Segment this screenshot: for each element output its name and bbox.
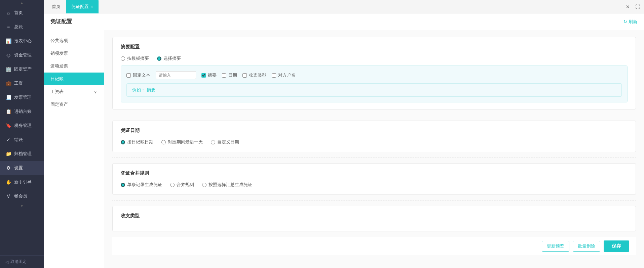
fixed-text-input[interactable] xyxy=(156,71,196,79)
sidebar-item-vip[interactable]: V 畅会员 xyxy=(0,189,44,203)
chevron-down-icon: ∨ xyxy=(94,89,97,94)
nav-item-public[interactable]: 公共选项 xyxy=(44,34,104,47)
tab-home-label: 首页 xyxy=(52,4,61,10)
radio-single-input[interactable] xyxy=(121,183,125,187)
sidebar-item-fixed-assets[interactable]: 🏢 固定资产 xyxy=(0,62,44,76)
sidebar-bottom-label: 取消固定 xyxy=(10,259,27,265)
nav-item-purchase-invoice[interactable]: 进项发票 xyxy=(44,60,104,73)
sidebar: ▲ ⌂ 首页 ≡ 总账 📊 报表中心 ◎ 资金管理 🏢 固定资产 💼 工资 🧾 … xyxy=(0,0,44,268)
tab-close-icon[interactable]: × xyxy=(91,4,93,9)
sidebar-item-label: 首页 xyxy=(14,10,23,16)
ledger-icon: ≡ xyxy=(5,24,11,30)
radio-single[interactable]: 单条记录生成凭证 xyxy=(121,182,162,188)
radio-custom-date[interactable]: 自定义日期 xyxy=(211,139,239,145)
sidebar-item-guide[interactable]: ✋ 新手引导 xyxy=(0,175,44,189)
right-content: 摘要配置 按模板摘要 选择摘要 固定文本 xyxy=(104,30,644,268)
checkbox-date[interactable]: 日期 xyxy=(222,72,237,78)
purchase-sales-icon: 📋 xyxy=(5,109,11,114)
checkbox-summary-label: 摘要 xyxy=(208,72,217,78)
divider-2 xyxy=(112,158,636,158)
radio-journal-date[interactable]: 按日记账日期 xyxy=(121,139,153,145)
radio-merge-rule[interactable]: 合并规则 xyxy=(170,182,194,188)
merge-config-section: 凭证合并规则 单条记录生成凭证 合并规则 按照选择汇总生成凭证 xyxy=(112,163,636,195)
update-preview-button[interactable]: 更新预览 xyxy=(542,241,569,252)
tax-mgmt-icon: 🔖 xyxy=(5,123,11,128)
checkbox-fixed-text[interactable]: 固定文本 xyxy=(126,72,150,78)
sidebar-item-home[interactable]: ⌂ 首页 xyxy=(0,6,44,20)
radio-custom-date-input[interactable] xyxy=(211,140,215,144)
sidebar-item-ledger[interactable]: ≡ 总账 xyxy=(0,20,44,34)
tab-bar: 首页 凭证配置 × ✕ ⛶ xyxy=(44,0,644,13)
radio-select-merge[interactable]: 按照选择汇总生成凭证 xyxy=(202,182,252,188)
radio-select-merge-label: 按照选择汇总生成凭证 xyxy=(209,182,252,188)
sidebar-item-invoice-mgmt[interactable]: 🧾 发票管理 xyxy=(0,90,44,104)
sidebar-item-tax-mgmt[interactable]: 🔖 税务管理 xyxy=(0,119,44,133)
nav-item-journal[interactable]: 日记账 xyxy=(44,73,104,85)
preview-box: 例如： 摘要 xyxy=(126,83,622,97)
window-maximize-button[interactable]: ⛶ xyxy=(634,3,641,11)
window-close-button[interactable]: ✕ xyxy=(624,3,631,11)
fixed-assets-icon: 🏢 xyxy=(5,66,11,72)
tab-voucher-config[interactable]: 凭证配置 × xyxy=(66,0,99,13)
checkbox-counterparty[interactable]: 对方户名 xyxy=(272,72,296,78)
nav-item-sales-invoice[interactable]: 销项发票 xyxy=(44,47,104,60)
checkbox-date-input[interactable] xyxy=(222,73,226,78)
checkbox-income-type-input[interactable] xyxy=(242,73,247,78)
sidebar-scroll-up[interactable]: ▲ xyxy=(0,0,44,6)
main-area: 首页 凭证配置 × ✕ ⛶ 凭证配置 ↻ 刷新 公共选项 销项发票 进项 xyxy=(44,0,644,268)
sidebar-item-label: 归档管理 xyxy=(14,151,32,157)
checkbox-summary[interactable]: 摘要 xyxy=(201,72,217,78)
nav-item-fixed-asset[interactable]: 固定资产 xyxy=(44,98,104,111)
guide-icon: ✋ xyxy=(5,179,11,185)
radio-template-summary[interactable]: 按模板摘要 xyxy=(121,55,149,61)
sidebar-item-funds[interactable]: ◎ 资金管理 xyxy=(0,48,44,62)
nav-item-label: 进项发票 xyxy=(50,63,68,69)
checkbox-fixed-text-input[interactable] xyxy=(126,73,131,78)
sidebar-item-archive[interactable]: 📁 归档管理 xyxy=(0,147,44,161)
preview-label: 例如： xyxy=(132,87,145,92)
save-button[interactable]: 保存 xyxy=(604,240,629,252)
nav-item-label: 固定资产 xyxy=(50,101,68,107)
radio-last-day[interactable]: 对应期间最后一天 xyxy=(161,139,203,145)
checkbox-counterparty-input[interactable] xyxy=(272,73,276,78)
preview-text: 例如： 摘要 xyxy=(132,87,155,92)
radio-merge-rule-input[interactable] xyxy=(170,183,175,187)
sidebar-item-label: 资金管理 xyxy=(14,52,32,58)
radio-template-input[interactable] xyxy=(121,56,125,61)
refresh-label: 刷新 xyxy=(629,19,637,25)
nav-item-label: 公共选项 xyxy=(50,38,68,44)
checkbox-counterparty-label: 对方户名 xyxy=(278,72,296,78)
radio-journal-date-input[interactable] xyxy=(121,140,125,144)
radio-select-input[interactable] xyxy=(157,56,161,61)
salary-icon: 💼 xyxy=(5,81,11,86)
sidebar-item-closing[interactable]: ✓ 结账 xyxy=(0,133,44,147)
sidebar-item-salary[interactable]: 💼 工资 xyxy=(0,76,44,90)
batch-delete-button[interactable]: 批量删除 xyxy=(573,241,600,252)
summary-config-section: 摘要配置 按模板摘要 选择摘要 固定文本 xyxy=(112,37,636,109)
checkbox-summary-input[interactable] xyxy=(201,73,206,78)
sidebar-item-reports[interactable]: 📊 报表中心 xyxy=(0,34,44,48)
sidebar-item-label: 发票管理 xyxy=(14,94,32,100)
sidebar-item-purchase-sales[interactable]: 📋 进销台账 xyxy=(0,104,44,119)
checkbox-date-label: 日期 xyxy=(228,72,237,78)
radio-select-merge-input[interactable] xyxy=(202,183,206,187)
sidebar-item-label: 畅会员 xyxy=(14,193,27,199)
reports-icon: 📊 xyxy=(5,38,11,44)
income-type-title: 收支类型 xyxy=(121,213,628,219)
sidebar-scroll-down[interactable]: ▼ xyxy=(0,203,44,209)
preview-value: 摘要 xyxy=(147,87,155,92)
checkbox-row: 固定文本 摘要 日期 收支类型 xyxy=(126,71,622,79)
home-icon: ⌂ xyxy=(5,10,11,15)
radio-last-day-input[interactable] xyxy=(161,140,166,144)
tab-home[interactable]: 首页 xyxy=(46,0,66,13)
date-config-section: 凭证日期 按日记账日期 对应期间最后一天 自定义日期 xyxy=(112,121,636,152)
radio-select-summary[interactable]: 选择摘要 xyxy=(157,55,181,61)
left-nav: 公共选项 销项发票 进项发票 日记账 工资表 ∨ 固定资产 xyxy=(44,30,104,268)
cancel-fixed-button[interactable]: ◁ 取消固定 xyxy=(0,255,44,268)
sidebar-item-label: 总账 xyxy=(14,24,23,30)
date-radio-group: 按日记账日期 对应期间最后一天 自定义日期 xyxy=(121,139,628,145)
sidebar-item-settings[interactable]: ⚙ 设置 xyxy=(0,161,44,175)
checkbox-income-type[interactable]: 收支类型 xyxy=(242,72,266,78)
nav-item-salary-sheet[interactable]: 工资表 ∨ xyxy=(44,85,104,98)
refresh-button[interactable]: ↻ 刷新 xyxy=(623,19,637,25)
